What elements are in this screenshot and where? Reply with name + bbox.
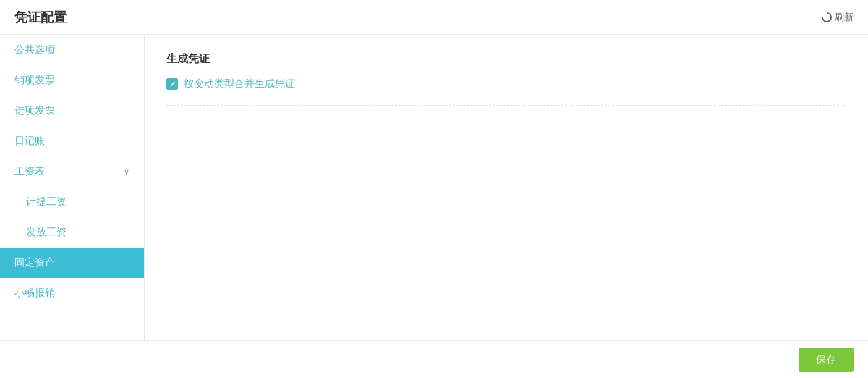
sidebar-item-fixed-assets[interactable]: 固定资产 xyxy=(0,248,144,278)
refresh-button[interactable]: 刷新 xyxy=(822,11,854,24)
save-button[interactable]: 保存 xyxy=(799,348,854,372)
sidebar-item-purchase-invoice[interactable]: 进项发票 xyxy=(0,96,144,126)
page-header: 凭证配置 刷新 xyxy=(0,0,868,35)
chevron-down-icon: ∨ xyxy=(124,167,129,177)
section-title: 生成凭证 xyxy=(166,52,846,66)
section-divider xyxy=(166,105,846,106)
sidebar-item-label-petty-reimbursement: 小畅报销 xyxy=(14,287,55,300)
sidebar: 公共选项销项发票进项发票日记账工资表∨计提工资发放工资固定资产小畅报销 xyxy=(0,35,145,340)
sidebar-item-label-purchase-invoice: 进项发票 xyxy=(14,104,55,117)
bottom-bar: 保存 xyxy=(0,340,868,378)
refresh-label: 刷新 xyxy=(835,11,854,24)
merge-by-type-label: 按变动类型合并生成凭证 xyxy=(184,77,295,91)
sidebar-item-label-payroll-table: 工资表 xyxy=(14,165,45,178)
sidebar-item-label-public-options: 公共选项 xyxy=(14,43,55,56)
sidebar-item-label-payout-payroll: 发放工资 xyxy=(26,226,67,239)
page-title: 凭证配置 xyxy=(14,9,67,26)
refresh-icon xyxy=(820,10,834,25)
sidebar-item-accrual-payroll[interactable]: 计提工资 xyxy=(0,187,144,217)
sidebar-item-label-fixed-assets: 固定资产 xyxy=(14,256,55,269)
sidebar-item-label-journal: 日记账 xyxy=(14,135,45,148)
sidebar-item-label-accrual-payroll: 计提工资 xyxy=(26,196,67,209)
content-area: 生成凭证 按变动类型合并生成凭证 xyxy=(145,35,868,340)
sidebar-item-payroll-table[interactable]: 工资表∨ xyxy=(0,156,144,187)
sidebar-item-journal[interactable]: 日记账 xyxy=(0,126,144,156)
sidebar-item-public-options[interactable]: 公共选项 xyxy=(0,35,144,65)
merge-by-type-row: 按变动类型合并生成凭证 xyxy=(166,77,846,91)
sidebar-item-label-sales-invoice: 销项发票 xyxy=(14,74,55,87)
sidebar-item-sales-invoice[interactable]: 销项发票 xyxy=(0,65,144,96)
sidebar-item-petty-reimbursement[interactable]: 小畅报销 xyxy=(0,278,144,308)
main-layout: 公共选项销项发票进项发票日记账工资表∨计提工资发放工资固定资产小畅报销 生成凭证… xyxy=(0,35,868,340)
sidebar-item-payout-payroll[interactable]: 发放工资 xyxy=(0,217,144,248)
merge-by-type-checkbox[interactable] xyxy=(166,78,178,90)
